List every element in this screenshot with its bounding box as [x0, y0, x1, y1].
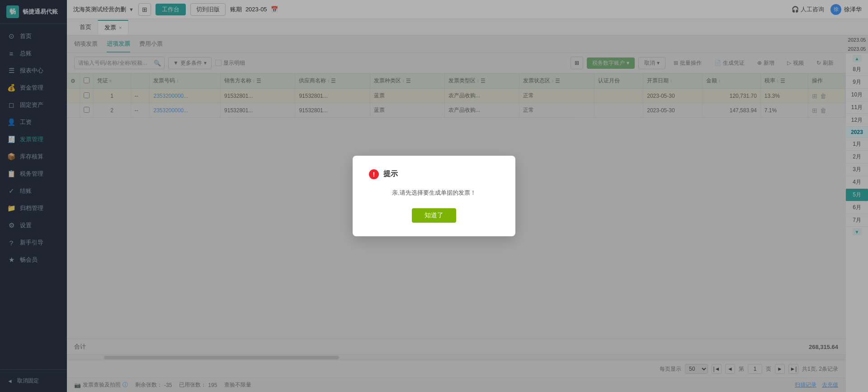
modal-message: 亲,请先选择要生成单据的发票！	[369, 188, 499, 198]
modal-ok-button[interactable]: 知道了	[412, 208, 456, 223]
modal-dialog: ! 提示 亲,请先选择要生成单据的发票！ 知道了	[353, 156, 515, 237]
modal-overlay: ! 提示 亲,请先选择要生成单据的发票！ 知道了	[0, 0, 868, 392]
modal-header: ! 提示	[369, 169, 499, 179]
modal-footer: 知道了	[369, 208, 499, 223]
warning-icon: !	[369, 169, 379, 179]
modal-title: 提示	[383, 169, 398, 179]
